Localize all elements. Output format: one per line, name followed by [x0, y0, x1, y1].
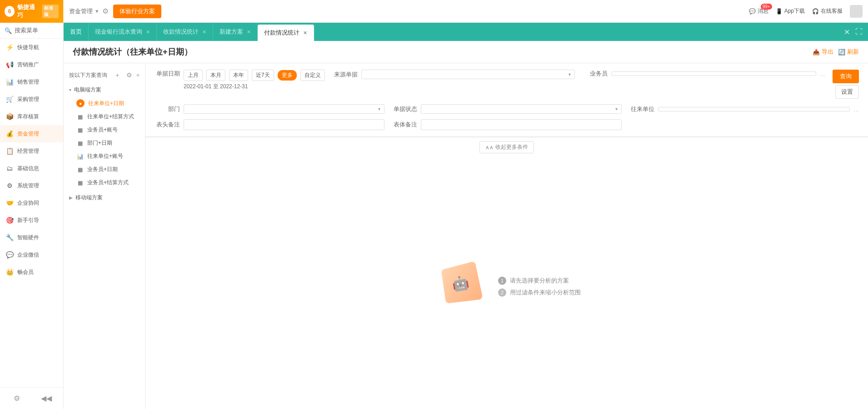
add-scheme-btn[interactable]: +	[113, 71, 122, 80]
staff-select[interactable]	[611, 71, 816, 76]
sidebar-settings-btn[interactable]: ⚙	[4, 391, 30, 405]
staff-dots-btn[interactable]: ...	[820, 70, 825, 77]
search-icon: 🔍	[5, 27, 12, 34]
scheme-item-unit-account[interactable]: 📊 往来单位+账号	[64, 150, 145, 163]
online-service-btn[interactable]: 🎧 在线客服	[812, 7, 843, 15]
tab-bank-flow[interactable]: 现金银行流水查询 ✕	[89, 23, 157, 41]
scheme-item-unit-settlement[interactable]: ▦ 往来单位+结算方式	[64, 110, 145, 123]
scheme-collapse-btn[interactable]: «	[136, 72, 140, 78]
refresh-btn[interactable]: 🔄 刷新	[838, 48, 859, 56]
mobile-group-label: 移动端方案	[75, 194, 140, 202]
topbar-settings-icon[interactable]: ⚙	[102, 7, 109, 15]
messages-btn[interactable]: 💬 消息 99+	[749, 7, 768, 15]
trial-btn[interactable]: 体验行业方案	[113, 5, 161, 18]
sidebar-item-label: 库存核算	[17, 113, 39, 121]
topbar-dropdown-icon[interactable]: ▾	[95, 8, 99, 15]
tabbar-actions: ✕ ⛶	[842, 23, 868, 41]
desktop-group-arrow: ▾	[69, 87, 71, 92]
search-label: 搜索菜单	[15, 26, 38, 35]
tab-payment-stat[interactable]: 付款情况统计 ✕	[258, 25, 314, 41]
empty-hint-1: 1 请先选择要分析的方案	[498, 277, 581, 285]
collapse-conditions-btn[interactable]: ∧∧ 收起更多条件	[479, 141, 534, 153]
tab-receipt-stat[interactable]: 收款情况统计 ✕	[157, 23, 213, 41]
scheme-panel-actions: + ⚙ «	[113, 71, 140, 80]
query-btn[interactable]: 查询	[833, 70, 859, 83]
scheme-item-label: 往来单位+账号	[87, 152, 123, 160]
status-select[interactable]: ▾	[421, 104, 622, 114]
tab-payment-stat-close[interactable]: ✕	[303, 30, 307, 36]
scheme-item-staff-settlement[interactable]: ▦ 业务员+结算方式	[64, 176, 145, 189]
inventory-icon: 📦	[5, 112, 14, 121]
scheme-item-unit-date[interactable]: ● 往来单位+日期	[64, 96, 145, 110]
source-label: 来源单据	[332, 71, 358, 79]
desktop-group-header[interactable]: ▾ 电脑端方案	[64, 83, 145, 96]
sidebar-item-label: 资金管理	[17, 130, 39, 138]
note-body-input[interactable]	[421, 119, 622, 130]
scheme-item-staff-account[interactable]: ▦ 业务员+账号	[64, 123, 145, 136]
active-scheme-dot: ●	[76, 99, 85, 107]
scheme-item-label: 业务员+账号	[87, 126, 118, 134]
sidebar-item-quick-nav[interactable]: ⚡ 快捷导航	[0, 39, 63, 56]
sidebar-collapse-btn[interactable]: ◀◀	[34, 391, 60, 405]
scheme-item-dept-date[interactable]: ▦ 部门+日期	[64, 136, 145, 150]
export-btn[interactable]: 📤 导出	[813, 48, 833, 56]
message-icon: 💬	[749, 8, 756, 15]
sidebar-item-guide[interactable]: 🎯 新手引导	[0, 212, 63, 229]
source-select[interactable]: ▾	[361, 70, 575, 79]
sidebar-item-enterprise[interactable]: 🤝 企业协同	[0, 194, 63, 212]
partner-select[interactable]	[658, 107, 850, 111]
guide-icon: 🎯	[5, 216, 14, 224]
sidebar-item-hardware[interactable]: 🔧 智能硬件	[0, 229, 63, 246]
chart-icon-1: 📊	[76, 153, 84, 160]
app-download-btn[interactable]: 📱 App下载	[776, 7, 805, 15]
form-settings-btn[interactable]: 设置	[835, 85, 859, 99]
sidebar-item-operations[interactable]: 📋 经营管理	[0, 142, 63, 160]
online-service-label: 在线客服	[821, 7, 843, 15]
tab-receipt-stat-close[interactable]: ✕	[202, 29, 206, 35]
sidebar-item-inventory[interactable]: 📦 库存核算	[0, 108, 63, 125]
sidebar-search[interactable]: 🔍 搜索菜单	[0, 23, 63, 39]
close-all-tabs-btn[interactable]: ✕	[842, 26, 852, 38]
user-avatar[interactable]	[850, 5, 863, 18]
topbar-left: 资金管理 ▾ ⚙	[69, 7, 109, 15]
sidebar-footer: ⚙ ◀◀	[0, 387, 63, 409]
sidebar-item-label: 销售管理	[17, 78, 39, 86]
dept-select[interactable]: ▾	[184, 104, 384, 114]
sidebar: 6 畅捷通巧 标准版 🔍 搜索菜单 ⚡ 快捷导航 📢 营销推广 📊 销售管理 🛒…	[0, 0, 64, 409]
tab-new-scheme[interactable]: 新建方案 ✕	[213, 23, 258, 41]
dept-label: 部门	[155, 105, 180, 113]
scheme-settings-btn[interactable]: ⚙	[125, 71, 134, 80]
table-icon-2: ▦	[76, 126, 84, 134]
topbar-right: 💬 消息 99+ 📱 App下载 🎧 在线客服	[749, 5, 863, 18]
date-btn-more[interactable]: 更多	[278, 70, 297, 81]
note-header-label: 表头备注	[155, 121, 180, 129]
date-btn-custom[interactable]: 自定义	[300, 70, 325, 81]
topbar-title-area: 资金管理 ▾	[69, 7, 99, 15]
expand-tab-btn[interactable]: ⛶	[853, 26, 864, 38]
sidebar-item-purchase[interactable]: 🛒 采购管理	[0, 91, 63, 108]
sidebar-item-marketing[interactable]: 📢 营销推广	[0, 56, 63, 73]
tab-home[interactable]: 首页	[64, 23, 89, 41]
export-label: 导出	[822, 48, 833, 56]
tab-bank-flow-close[interactable]: ✕	[146, 29, 150, 35]
date-btn-last-month[interactable]: 上月	[184, 70, 203, 81]
tab-new-scheme-close[interactable]: ✕	[247, 29, 251, 35]
date-btn-this-month[interactable]: 本月	[206, 70, 225, 81]
page-title: 付款情况统计（往来单位+日期）	[73, 46, 192, 57]
partner-dots-btn[interactable]: ...	[853, 106, 859, 113]
source-select-arrow: ▾	[569, 72, 571, 77]
sidebar-item-system[interactable]: ⚙ 系统管理	[0, 177, 63, 194]
note-header-input[interactable]	[184, 119, 384, 130]
date-btn-7days[interactable]: 近7天	[252, 70, 274, 81]
sidebar-item-wechat[interactable]: 💬 企业微信	[0, 246, 63, 263]
sidebar-item-basic-info[interactable]: 🗂 基础信息	[0, 160, 63, 177]
mobile-group-header[interactable]: ▶ 移动端方案	[64, 191, 145, 204]
date-btn-this-year[interactable]: 本年	[229, 70, 248, 81]
scheme-item-staff-date[interactable]: ▦ 业务员+日期	[64, 163, 145, 176]
date-range-display: 2022-01-01 至 2022-12-31	[184, 83, 248, 90]
sidebar-item-finance[interactable]: 💰 资金管理	[0, 125, 63, 142]
version-badge: 标准版	[42, 5, 59, 18]
sidebar-item-sales[interactable]: 📊 销售管理	[0, 73, 63, 91]
sidebar-item-member[interactable]: 👑 畅会员	[0, 263, 63, 281]
tabbar: 首页 现金银行流水查询 ✕ 收款情况统计 ✕ 新建方案 ✕ 付款情况统计 ✕ ✕…	[64, 23, 868, 41]
